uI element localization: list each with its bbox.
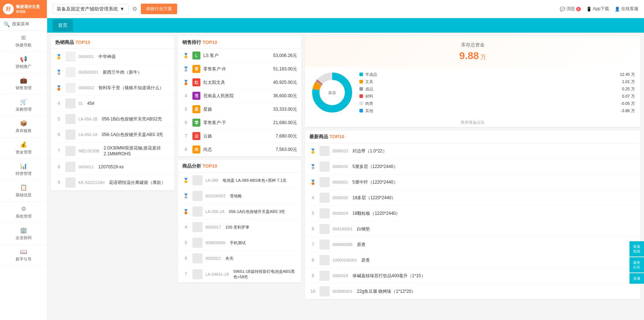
- sidebar-item-base[interactable]: 📋 基础信息: [0, 180, 47, 202]
- left-column: 热销商品 TOP10 🥇 0000001 中华神器 🥈 000500001 新西…: [51, 36, 174, 316]
- guide-icon: 📖: [20, 248, 27, 255]
- float-btn-live[interactable]: 直播: [629, 273, 644, 284]
- mid-column: 销售排行 TOP10 🥇 L LS 客户 53,006.26元 🥈 零 零售客户…: [178, 36, 301, 316]
- customer-value: 33,333.00元: [273, 106, 297, 112]
- product-code: LA-089: [205, 178, 218, 182]
- product-thumbnail: [192, 238, 203, 248]
- topbar-right: 💬 消息 6 📱 App下载 👤 在线客服: [560, 6, 639, 12]
- app-label: App下载: [593, 6, 609, 12]
- sold-products-title: 商品分析 TOP10: [182, 163, 217, 169]
- customer-value: 36,600.00元: [273, 93, 297, 99]
- legend-dot: [359, 109, 363, 112]
- hot-product-item: 🥈 000500001 新西兰牛肉（新牛）: [51, 65, 174, 80]
- float-buttons: 客服热线 服务社区 直播: [629, 241, 644, 284]
- rank-number: 8: [182, 147, 189, 152]
- rank-number: 7: [55, 148, 62, 153]
- sidebar-nav: ⊞ 快捷导航 📢 营销推广 💼 销售管理 🛒 采购管理 📦 库存核算 💰 资金管…: [0, 30, 47, 320]
- product-thumbnail: [319, 193, 330, 203]
- legend-value: -0.05 万: [621, 101, 635, 106]
- sidebar-item-finance[interactable]: 💰 资金管理: [0, 138, 47, 159]
- product-thumbnail: [319, 208, 330, 218]
- legend-label: 材料: [365, 94, 620, 99]
- sidebar-item-system[interactable]: ⚙ 系统管理: [0, 202, 47, 223]
- customer-value: 53,006.26元: [273, 53, 297, 59]
- sold-product-item: 5 000800005 手机测试: [178, 235, 301, 251]
- sold-products-header: 商品分析 TOP10: [178, 160, 301, 173]
- customer-name: 星扬: [203, 106, 270, 112]
- sidebar-item-quick-nav[interactable]: ⊞ 快捷导航: [0, 30, 47, 52]
- product-code: 0000002: [78, 86, 94, 90]
- customer-name: 零售客户·于: [203, 120, 270, 126]
- product-code: 000500001: [78, 70, 98, 74]
- customer-avatar: 星: [192, 105, 200, 113]
- gear-icon[interactable]: ⚙: [132, 5, 137, 12]
- sidebar-item-marketing[interactable]: 📢 营销推广: [0, 52, 47, 73]
- product-thumbnail: [319, 255, 330, 265]
- customer-value: 21,680.00元: [273, 120, 297, 126]
- medal-icon: 🥉: [182, 209, 189, 214]
- home-tab[interactable]: 首页: [53, 19, 73, 32]
- new-products-header: 最新商品 TOP10: [305, 131, 640, 143]
- product-code: 0000021: [205, 256, 221, 260]
- legend-value: 0.07 万: [622, 94, 635, 99]
- sidebar-item-guide[interactable]: 📖 新手引导: [0, 245, 47, 266]
- legend-item: 半成品 12.45 万: [359, 72, 635, 77]
- chart-footer: 库存资金占比: [305, 118, 640, 127]
- sidebar-item-operation[interactable]: 📊 经营管理: [0, 159, 47, 180]
- legend-dot: [359, 102, 363, 105]
- product-code: 000800008: [333, 242, 352, 247]
- rank-number: 7: [182, 272, 189, 277]
- product-code: LA-056-1B: [78, 117, 98, 121]
- base-label: 基础信息: [16, 192, 32, 198]
- sidebar-item-inventory[interactable]: 📦 库存核算: [0, 116, 47, 138]
- app-download-item[interactable]: 📱 App下载: [586, 6, 609, 12]
- customer-name: 零售客户·许: [203, 66, 270, 72]
- customer-avatar: 云: [192, 132, 200, 140]
- sidebar-item-company[interactable]: 🏢 企业协同: [0, 223, 47, 245]
- sidebar-item-purchase[interactable]: 🛒 采购管理: [0, 95, 47, 116]
- purchase-icon: 🛒: [20, 98, 27, 105]
- sub-nav: 首页: [47, 18, 644, 33]
- legend-item: 成品 0.25 万: [359, 86, 635, 92]
- product-name: 智利车子里（规格不知道填什么）: [98, 85, 170, 91]
- message-label: 消息: [566, 6, 575, 12]
- customer-value: 40,925.00元: [273, 79, 297, 86]
- customer-avatar: 零: [192, 119, 200, 127]
- donut-chart: 库存: [310, 71, 354, 114]
- new-product-item: 4 0000030 18多层（1220*2440）: [305, 190, 640, 206]
- product-name: 夹壳: [225, 256, 297, 261]
- customers-list: 🥇 L LS 客户 53,006.26元 🥈 零 零售客户·许 51,183.0…: [178, 49, 301, 156]
- legend-dot: [359, 94, 363, 98]
- float-btn-community[interactable]: 服务社区: [629, 257, 644, 272]
- dropdown-icon[interactable]: ▼: [120, 6, 125, 12]
- rank-number: 4: [182, 93, 189, 98]
- message-item[interactable]: 💬 消息 6: [560, 6, 581, 12]
- sidebar-logo: 好 畅捷通好生意 标准版: [0, 0, 47, 18]
- float-btn-service[interactable]: 客服热线: [629, 241, 644, 257]
- product-code: 0000032: [333, 164, 348, 169]
- right-column: 库存总资金 9.88 万: [305, 36, 640, 316]
- product-code: 0000011: [78, 165, 94, 169]
- product-thumbnail: [65, 67, 76, 77]
- product-name: 45#: [87, 101, 170, 106]
- hot-product-item: 5 LA-056-1B 056-1B白色按键开关壳ABS2壳: [51, 111, 174, 127]
- hot-product-item: 🥉 0000002 智利车子里（规格不知道填什么）: [51, 80, 174, 96]
- inventory-legend: 半成品 12.45 万 文具 1.01 万 成品 0.25 万 材料 0.07 …: [359, 72, 635, 114]
- product-code: 0000030: [333, 196, 348, 200]
- sidebar-search[interactable]: 🔍 搜索菜单: [0, 18, 47, 30]
- product-thumbnail: [319, 271, 330, 281]
- finance-label: 资金管理: [16, 149, 32, 155]
- inventory-icon: 📦: [20, 120, 27, 127]
- service-item[interactable]: 👤 在线客服: [615, 6, 639, 12]
- hot-product-item: 6 LA-056-1A 056-1A白色按键开关盖ABS 3壳: [51, 127, 174, 143]
- base-icon: 📋: [20, 184, 27, 191]
- rank-number: 5: [55, 116, 62, 122]
- sidebar-item-sales[interactable]: 💼 销售管理: [0, 73, 47, 95]
- trial-button[interactable]: 体验行业方案: [141, 4, 177, 14]
- product-code: NB2.0X30B: [78, 149, 99, 153]
- quick-nav-icon: ⊞: [21, 34, 26, 41]
- new-product-item: 9 0000028 体碱嘉枝味苏打饮品400毫升（1*15）: [305, 268, 640, 284]
- inventory-unit: 万: [480, 54, 486, 60]
- medal-icon: 🥇: [55, 54, 62, 60]
- product-name: 056-1A白色按键开关盖ABS 3壳: [229, 209, 297, 214]
